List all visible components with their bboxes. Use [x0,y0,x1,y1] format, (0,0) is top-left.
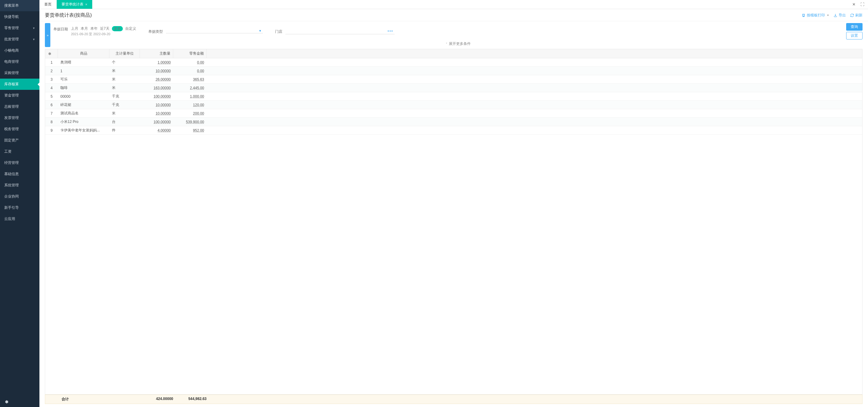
col-qty[interactable]: 主数量 [140,49,173,58]
sidebar-item[interactable]: 工资 [0,146,39,157]
close-icon[interactable]: × [85,2,87,7]
sidebar-item[interactable]: 资金管理 [0,90,39,101]
cell-product: 1 [58,67,110,75]
sidebar-item[interactable]: 总账管理 [0,101,39,112]
cell-amount[interactable]: 1,000.00 [173,92,207,101]
date-this-month[interactable]: 本月 [81,26,88,31]
table-row[interactable]: 1奥润晴个1.000000.00 [45,58,862,67]
col-amount[interactable]: 零售金额 [173,49,207,58]
sidebar-item-label: 总账管理 [4,104,19,109]
sidebar-item[interactable]: 小畅电商 [0,45,39,56]
cell-amount[interactable]: 200.00 [173,109,207,118]
cell-amount[interactable]: 0.00 [173,58,207,67]
cell-qty[interactable]: 100.00000 [140,92,173,101]
sidebar-item[interactable]: 企业协同 [0,191,39,202]
sidebar-item[interactable]: 基础信息 [0,169,39,180]
sidebar-item[interactable]: 发票管理 [0,112,39,123]
cell-spacer [207,109,862,118]
cell-amount[interactable]: 0.00 [173,67,207,75]
sidebar-item[interactable]: 新手引导 [0,202,39,213]
cell-product: 可乐 [58,75,110,84]
cell-spacer [207,58,862,67]
cell-qty[interactable]: 4.00000 [140,126,173,135]
cell-qty[interactable]: 163.00000 [140,84,173,92]
tab[interactable]: 要货单统计表× [57,0,93,9]
cell-product: 奥润晴 [58,58,110,67]
sidebar-item[interactable]: 采购管理 [0,67,39,79]
date-last-month[interactable]: 上月 [71,26,78,31]
sidebar-item[interactable]: 搜索菜单 [0,0,39,11]
cell-qty[interactable]: 10.00000 [140,109,173,118]
cell-product: 卡伊美中老年女装妈妈... [58,126,110,135]
sidebar-item[interactable]: 快捷导航 [0,11,39,23]
date-last7[interactable]: 近7天 [100,26,110,31]
expand-more[interactable]: ⌄ 展开更多条件 [53,40,863,49]
export-label: 导出 [839,13,846,18]
cell-unit: 米 [110,84,140,92]
col-product[interactable]: 商品 [58,49,110,58]
cell-spacer [207,67,862,75]
table-header-row: 商品 主计量单位 主数量 零售金额 [45,49,863,58]
cell-amount[interactable]: 952.00 [173,126,207,135]
sidebar-item[interactable]: 库存核算 [0,79,39,90]
settings-button[interactable]: 设置 [846,32,863,39]
cell-qty[interactable]: 100.00000 [140,118,173,126]
table-row[interactable]: 4咖啡米163.000002,445.00 [45,84,862,92]
print-button[interactable]: 按模板打印 ▼ [802,13,829,18]
table-row[interactable]: 9卡伊美中老年女装妈妈...件4.00000952.00 [45,126,862,135]
store-select[interactable]: ••• [285,29,395,34]
col-unit[interactable]: 主计量单位 [110,49,140,58]
table-row[interactable]: 21米10.000000.00 [45,67,862,75]
cell-qty[interactable]: 26.00000 [140,75,173,84]
date-more-badge[interactable]: 更多 [112,26,123,31]
gear-icon[interactable] [4,400,35,404]
table-row[interactable]: 8小米12 Pro台100.00000539,900.00 [45,118,862,126]
cell-amount[interactable]: 365.63 [173,75,207,84]
sidebar-item-label: 企业协同 [4,194,19,199]
cell-unit: 台 [110,118,140,126]
cell-qty[interactable]: 10.00000 [140,101,173,109]
date-custom[interactable]: 自定义 [125,26,136,31]
table-row[interactable]: 500000千克100.000001,000.00 [45,92,862,101]
sidebar-item[interactable]: 税务管理 [0,123,39,135]
col-settings[interactable] [45,49,58,58]
sidebar-item-label: 小畅电商 [4,48,19,53]
date-this-year[interactable]: 本年 [90,26,98,31]
sidebar-item[interactable]: 系统管理 [0,180,39,191]
tab-label: 首页 [44,2,52,7]
table-row[interactable]: 7测试商品名米10.00000200.00 [45,109,862,118]
export-button[interactable]: 导出 [833,13,846,18]
cell-spacer [207,101,862,109]
refresh-button[interactable]: 刷新 [850,13,863,18]
tab[interactable]: 首页 [39,0,57,9]
sidebar-item[interactable]: 经营管理 [0,157,39,169]
tabbar: 首页要货单统计表× ✕ ⛶ [39,0,868,9]
sidebar-item[interactable]: 电商管理 [0,56,39,67]
sidebar: 搜索菜单快捷导航零售管理▼批发管理▼小畅电商电商管理采购管理库存核算资金管理总账… [0,0,39,407]
expand-icon[interactable]: ⛶ [859,1,866,8]
collapse-handle[interactable]: » [45,23,50,47]
chevron-down-icon: ▼ [259,29,262,32]
cell-amount[interactable]: 2,445.00 [173,84,207,92]
cell-qty[interactable]: 1.00000 [140,58,173,67]
table-row[interactable]: 3可乐米26.00000365.63 [45,75,862,84]
sidebar-item[interactable]: 云应用 [0,213,39,225]
sidebar-item[interactable]: 固定资产 [0,135,39,146]
cell-unit: 米 [110,75,140,84]
cell-amount[interactable]: 539,900.00 [173,118,207,126]
cell-idx: 4 [45,84,58,92]
close-icon[interactable]: ✕ [850,1,857,8]
sidebar-item[interactable]: 批发管理▼ [0,34,39,45]
type-select[interactable]: ▼ [166,29,263,33]
table-row[interactable]: 6碎花裙千克10.00000120.00 [45,101,862,109]
table-scroll[interactable]: 1奥润晴个1.000000.0021米10.000000.003可乐米26.00… [45,58,863,395]
sidebar-item-label: 固定资产 [4,138,19,143]
search-button[interactable]: 查询 [846,23,863,31]
cell-unit: 件 [110,126,140,135]
cell-idx: 7 [45,109,58,118]
cell-amount[interactable]: 120.00 [173,101,207,109]
cell-qty[interactable]: 10.00000 [140,67,173,75]
sidebar-item[interactable]: 零售管理▼ [0,23,39,34]
filter-store-label: 门店 [275,29,282,34]
cell-idx: 1 [45,58,58,67]
